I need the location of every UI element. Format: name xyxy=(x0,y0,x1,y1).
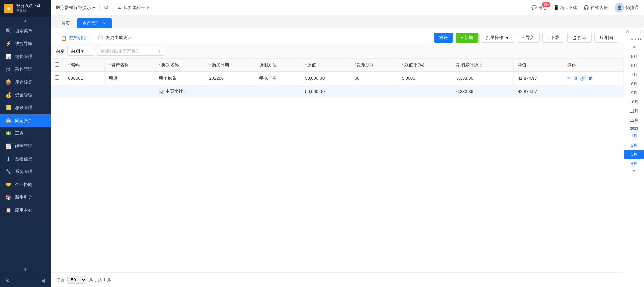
user-menu[interactable]: 👤 畅捷通 xyxy=(615,3,639,12)
batch-button[interactable]: 批量操作 ▼ xyxy=(481,33,514,43)
sidebar-item-label: 新手引导 xyxy=(15,194,32,200)
content-main: 📋 资产明细 📄 变更生成凭证 对账 + 新增 批量操作 ▼ ↑ xyxy=(51,28,624,287)
col-category: *类别名称 xyxy=(155,59,205,72)
col-accumulated: 期初累计折旧 xyxy=(452,59,514,72)
sidebar-item-quicknav[interactable]: ⚡ 快捷导航 xyxy=(0,37,51,50)
sidebar-item-label: 资金管理 xyxy=(15,92,32,98)
sidebar-item-label: 采购管理 xyxy=(15,66,32,72)
inventory-icon: 📦 xyxy=(5,79,11,85)
sidebar-item-sales[interactable]: 📊 销售管理 xyxy=(0,50,51,63)
sidebar-item-basic-info[interactable]: ℹ 基础信息 xyxy=(0,153,51,165)
row-name: 电脑 xyxy=(105,72,155,85)
select-all-checkbox[interactable] xyxy=(55,62,59,67)
experience-button[interactable]: ☁ 我要体验一下 xyxy=(117,5,150,11)
edit-icon[interactable]: ✏ xyxy=(567,75,571,81)
sub-tab-change-voucher[interactable]: 📄 变更生成凭证 xyxy=(93,32,137,43)
category-name-select[interactable]: 请选择固定资产类别 ▾ xyxy=(97,46,164,56)
subtotal-accumulated: 6,333.36 xyxy=(452,85,514,98)
new-button[interactable]: + 新增 xyxy=(456,33,478,43)
sidebar-item-funds[interactable]: 💰 资金管理 xyxy=(0,89,51,101)
tab-asset-management[interactable]: 资产管理 ✕ xyxy=(77,18,112,28)
content-area: 📋 资产明细 📄 变更生成凭证 对账 + 新增 批量操作 ▼ ↑ xyxy=(51,28,644,287)
subtotal-empty1 xyxy=(64,85,105,98)
sidebar-scroll-up[interactable]: ▲ xyxy=(0,17,51,25)
app-download-button[interactable]: 📱 App下载 xyxy=(554,5,577,11)
sidebar-item-ledger[interactable]: 📒 总账管理 xyxy=(0,101,51,114)
sidebar-item-app-center[interactable]: 🔲 应用中心 xyxy=(0,204,51,217)
sidebar-item-collaboration[interactable]: 🤝 企业协同 xyxy=(0,178,51,191)
reconcile-button[interactable]: 对账 xyxy=(434,33,453,43)
calendar-month-jun[interactable]: 6月 xyxy=(624,61,644,70)
sidebar-item-system[interactable]: 🔧 系统管理 xyxy=(0,165,51,178)
total-label: 条，共 1 条 xyxy=(89,277,111,283)
sidebar-item-inventory[interactable]: 📦 库存核算 xyxy=(0,76,51,89)
row-original-value: 50,000.00 xyxy=(301,72,350,85)
quicknav-icon: ⚡ xyxy=(5,41,11,47)
sidebar-item-purchase[interactable]: 🛒 采购管理 xyxy=(0,63,51,76)
tab-home[interactable]: 首页 xyxy=(56,18,75,28)
import-icon: ↑ xyxy=(522,35,524,40)
sidebar-item-label: 经营管理 xyxy=(15,143,32,149)
download-button[interactable]: ↓ 下载 xyxy=(542,33,565,43)
collapse-icon[interactable]: ◀ xyxy=(41,277,45,284)
calendar-month-mar[interactable]: 3月 xyxy=(624,150,644,159)
import-button[interactable]: ↑ 导入 xyxy=(517,33,540,43)
sidebar-item-label: 应用中心 xyxy=(15,207,32,213)
sidebar-item-operations[interactable]: 📈 经营管理 xyxy=(0,140,51,153)
calendar-scroll-up[interactable]: ▲ xyxy=(632,43,637,50)
settings-icon[interactable]: ⚙ xyxy=(5,277,10,284)
sub-tabs: 📋 资产明细 📄 变更生成凭证 对账 + 新增 批量操作 ▼ ↑ xyxy=(51,28,624,43)
link-icon[interactable]: 🔗 xyxy=(580,75,586,81)
collaboration-icon: 🤝 xyxy=(5,182,11,188)
calendar-month-dec[interactable]: 12月 xyxy=(624,116,644,125)
sidebar-scroll-down[interactable]: ▼ xyxy=(0,266,51,274)
customer-service-button[interactable]: 🎧 在线客服 xyxy=(584,5,608,11)
calendar-month-aug[interactable]: 8月 xyxy=(624,79,644,89)
actions-group: ✏ ⧉ 🔗 🗑 xyxy=(567,75,619,81)
table-row: 000001 电脑 电子设备 202206 年限平均 50,000.00 60 … xyxy=(51,72,624,85)
topbar: 医疗器械行业演示 ▾ ⚙ ☁ 我要体验一下 💬 消息 99+ 📱 App下载 🎧… xyxy=(51,0,644,15)
tab-asset-label: 资产管理 xyxy=(82,21,100,26)
calendar-close-icon[interactable]: ✕ xyxy=(625,29,630,34)
calendar-month-oct[interactable]: 10月 xyxy=(624,98,644,107)
sidebar-item-label: 总账管理 xyxy=(15,105,32,111)
row-checkbox[interactable] xyxy=(55,75,59,80)
sidebar-item-search[interactable]: 🔍 搜索菜单 xyxy=(0,25,51,37)
calendar-month-sep[interactable]: 9月 xyxy=(624,89,644,98)
ledger-icon: 📒 xyxy=(5,105,11,111)
subtotal-label-cell: 📊 本页小计： xyxy=(155,85,301,98)
calendar-month-feb[interactable]: 2月 xyxy=(624,141,644,150)
col-period: *期限(月) xyxy=(350,59,398,72)
tab-close-icon[interactable]: ✕ xyxy=(103,21,106,25)
calendar-month-nov[interactable]: 11月 xyxy=(624,107,644,116)
messages-button[interactable]: 💬 消息 99+ xyxy=(531,5,547,11)
asset-detail-icon: 📋 xyxy=(61,35,67,41)
company-selector[interactable]: 医疗器械行业演示 ▾ xyxy=(56,5,95,11)
subtotal-residual xyxy=(398,85,452,98)
calendar-month-may[interactable]: 5月 xyxy=(624,52,644,61)
sub-tab-asset-detail[interactable]: 📋 资产明细 xyxy=(56,33,91,43)
col-code: *编码 xyxy=(64,59,105,72)
sidebar-item-fixed-assets[interactable]: 🏢 固定资产 xyxy=(0,114,51,127)
col-original-value: *原值 xyxy=(301,59,350,72)
calendar-month-apr[interactable]: 4月 xyxy=(624,159,644,168)
per-page-select[interactable]: 50 100 200 xyxy=(67,276,86,284)
calendar-expand-icon[interactable]: ⤢ xyxy=(639,29,643,34)
print-button[interactable]: 🖨 打印 xyxy=(567,33,592,43)
newbie-guide-icon: 📚 xyxy=(5,194,11,200)
download-label: 下载 xyxy=(551,35,559,41)
refresh-button[interactable]: ↻ 刷新 xyxy=(594,33,618,43)
calendar-month-jul[interactable]: 7月 xyxy=(624,70,644,79)
sidebar-item-salary[interactable]: 💵 工资 xyxy=(0,127,51,140)
sidebar-header: 畅 畅捷通好业财 普及版 xyxy=(0,0,51,17)
copy-icon[interactable]: ⧉ xyxy=(574,75,577,81)
calendar-scroll-down[interactable]: ▼ xyxy=(632,168,637,174)
import-label: 导入 xyxy=(526,35,534,41)
delete-icon[interactable]: 🗑 xyxy=(588,75,593,81)
category-type-select[interactable]: 类别 ▾ xyxy=(67,46,94,56)
search-icon: 🔍 xyxy=(5,28,11,34)
sidebar-item-newbie-guide[interactable]: 📚 新手引导 xyxy=(0,191,51,204)
topbar-settings-icon[interactable]: ⚙ xyxy=(104,4,109,11)
sidebar-item-label: 销售管理 xyxy=(15,54,32,60)
calendar-month-jan[interactable]: 1月 xyxy=(624,132,644,141)
